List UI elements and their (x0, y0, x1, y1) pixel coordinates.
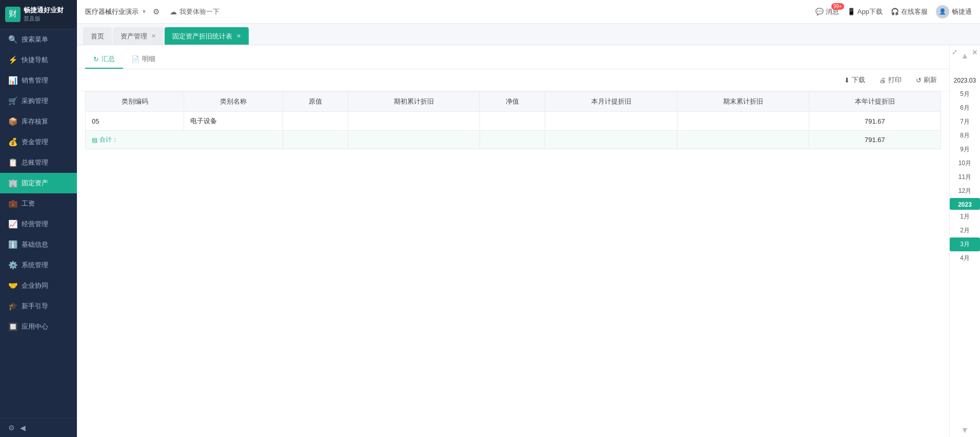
online-service-btn[interactable]: 🎧 在线客服 (891, 7, 928, 16)
tab-asset-mgmt[interactable]: 资产管理✕ (113, 27, 164, 45)
refresh-label: 刷新 (924, 75, 937, 85)
username: 畅捷通 (952, 7, 972, 16)
table-cell (348, 112, 479, 131)
sidebar-item-basic-info[interactable]: ℹ️基础信息 (0, 234, 77, 255)
total-icon: ▤ (92, 136, 97, 144)
col-header-category-name: 类别名称 (184, 92, 283, 112)
sub-tabs: ↻汇总📄明细 (77, 45, 949, 69)
topbar-settings-icon[interactable]: ⚙ (153, 7, 159, 16)
experience-btn[interactable]: ☁ 我要体验一下 (170, 7, 219, 16)
sidebar-label-sales: 销售管理 (22, 76, 48, 85)
sidebar-label-payroll: 工资 (22, 199, 35, 208)
content-area: ↻汇总📄明细 ⬇ 下载 🖨 打印 ↺ 刷新 (77, 45, 980, 437)
sidebar-icon-purchase: 🛒 (8, 96, 17, 106)
sidebar-item-operations[interactable]: 📈经营管理 (0, 214, 77, 234)
right-panel-expand-icon[interactable]: ⤢ (952, 48, 957, 56)
sub-tab-label-summary: 汇总 (102, 54, 115, 64)
col-header-period-end-accum-depr: 期末累计折旧 (677, 92, 809, 112)
right-panel: ✕ ⤢ ▲ 2023.03 5月6月7月8月9月10月11月12月20231月2… (949, 45, 980, 437)
sub-tab-summary[interactable]: ↻汇总 (85, 50, 123, 69)
sidebar-item-app-center[interactable]: 🔲应用中心 (0, 316, 77, 337)
sidebar-item-payroll[interactable]: 💼工资 (0, 193, 77, 214)
month-item[interactable]: 5月 (950, 87, 980, 101)
tab-close-asset-mgmt[interactable]: ✕ (151, 33, 156, 39)
sidebar-menu: 🔍搜索菜单⚡快捷导航📊销售管理🛒采购管理📦库存核算💰资金管理📋总账管理🏢固定资产… (0, 29, 77, 418)
month-item[interactable]: 1月 (950, 210, 980, 224)
user-menu[interactable]: 👤 畅捷通 (936, 5, 972, 18)
messages-btn[interactable]: 💬 消息 99+ (815, 7, 839, 16)
month-item[interactable]: 8月 (950, 129, 980, 143)
total-year-depr: 791.67 (809, 131, 941, 149)
sidebar-label-fixed-assets: 固定资产 (22, 178, 48, 188)
app-download-label: App下载 (857, 7, 883, 16)
avatar: 👤 (936, 5, 949, 18)
month-item[interactable]: 6月 (950, 101, 980, 115)
content-main: ↻汇总📄明细 ⬇ 下载 🖨 打印 ↺ 刷新 (77, 45, 949, 437)
collapse-icon[interactable]: ◀ (20, 424, 26, 432)
main-area: 医疗器械行业演示 ▼ ⚙ ☁ 我要体验一下 💬 消息 99+ 📱 App下载 🎧… (77, 0, 980, 437)
table-row: 05电子设备791.67 (86, 112, 941, 131)
table-cell (677, 112, 809, 131)
sidebar-item-enterprise[interactable]: 🤝企业协同 (0, 275, 77, 296)
sidebar-icon-ledger: 📋 (8, 158, 17, 167)
sidebar-icon-quick-nav: ⚡ (8, 55, 17, 65)
month-item[interactable]: 3月 (950, 237, 980, 251)
sidebar-item-ledger[interactable]: 📋总账管理 (0, 152, 77, 173)
total-label-cell: ▤合计： (86, 131, 283, 149)
total-net-value (480, 131, 545, 149)
logo-icon: 财 (5, 7, 21, 22)
sub-tab-icon-summary: ↻ (93, 55, 99, 63)
total-row: ▤合计：791.67 (86, 131, 941, 149)
tab-home[interactable]: 首页 (83, 27, 112, 45)
print-icon: 🖨 (879, 76, 886, 84)
total-period-accum-depr (348, 131, 479, 149)
right-panel-close-icon[interactable]: ✕ (972, 48, 978, 56)
sidebar-label-basic-info: 基础信息 (22, 240, 48, 249)
sidebar-item-purchase[interactable]: 🛒采购管理 (0, 91, 77, 111)
company-selector[interactable]: 医疗器械行业演示 ▼ (85, 7, 147, 16)
sidebar-label-search: 搜索菜单 (22, 35, 48, 44)
total-period-end-accum-depr (677, 131, 809, 149)
table-cell (480, 112, 545, 131)
sidebar-item-finance[interactable]: 💰资金管理 (0, 132, 77, 152)
sidebar-icon-guide: 🎓 (8, 302, 17, 311)
message-badge: 99+ (831, 3, 844, 10)
month-item[interactable]: 4月 (950, 251, 980, 265)
right-panel-down-arrow[interactable]: ▼ (959, 424, 971, 437)
month-item[interactable]: 7月 (950, 115, 980, 129)
print-btn[interactable]: 🖨 打印 (875, 73, 906, 87)
sidebar-label-app-center: 应用中心 (22, 322, 48, 331)
headset-icon: 🎧 (891, 8, 899, 15)
sidebar-item-search[interactable]: 🔍搜索菜单 (0, 29, 77, 50)
month-item[interactable]: 11月 (950, 170, 980, 184)
sidebar-item-fixed-assets[interactable]: 🏢固定资产 (0, 173, 77, 193)
tab-label-asset-mgmt: 资产管理 (121, 32, 147, 41)
sidebar-item-system[interactable]: ⚙️系统管理 (0, 255, 77, 275)
refresh-btn[interactable]: ↺ 刷新 (912, 73, 941, 87)
month-item[interactable]: 9月 (950, 143, 980, 156)
download-btn[interactable]: ⬇ 下载 (840, 73, 869, 87)
tab-depreciation-stats[interactable]: 固定资产折旧统计表✕ (165, 27, 249, 45)
month-list: 5月6月7月8月9月10月11月12月20231月2月3月4月 (950, 87, 980, 424)
col-header-net-value: 净值 (480, 92, 545, 112)
right-panel-up-arrow[interactable]: ▲ (959, 49, 971, 63)
app-name: 畅捷通好业财 (24, 6, 64, 15)
table-header: 类别编码类别名称原值期初累计折旧净值本月计提折旧期末累计折旧本年计提折旧 (86, 92, 941, 112)
tab-close-depreciation-stats[interactable]: ✕ (236, 33, 241, 39)
month-item[interactable]: 2月 (950, 224, 980, 237)
sidebar-logo: 财 畅捷通好业财 普及版 (0, 0, 77, 29)
sidebar-item-sales[interactable]: 📊销售管理 (0, 70, 77, 91)
month-item[interactable]: 12月 (950, 184, 980, 198)
tab-label-home: 首页 (91, 32, 104, 41)
settings-icon[interactable]: ⚙ (8, 424, 15, 432)
sidebar-item-quick-nav[interactable]: ⚡快捷导航 (0, 50, 77, 70)
sidebar-item-guide[interactable]: 🎓新手引导 (0, 296, 77, 316)
sidebar-label-enterprise: 企业协同 (22, 281, 48, 290)
sub-tab-detail[interactable]: 📄明细 (123, 50, 164, 69)
header-row: 类别编码类别名称原值期初累计折旧净值本月计提折旧期末累计折旧本年计提折旧 (86, 92, 941, 112)
month-item[interactable]: 10月 (950, 156, 980, 170)
col-header-year-depr: 本年计提折旧 (809, 92, 941, 112)
tabs-bar: 首页资产管理✕固定资产折旧统计表✕ (77, 24, 980, 45)
sidebar-item-inventory[interactable]: 📦库存核算 (0, 111, 77, 132)
app-download-btn[interactable]: 📱 App下载 (847, 7, 883, 16)
